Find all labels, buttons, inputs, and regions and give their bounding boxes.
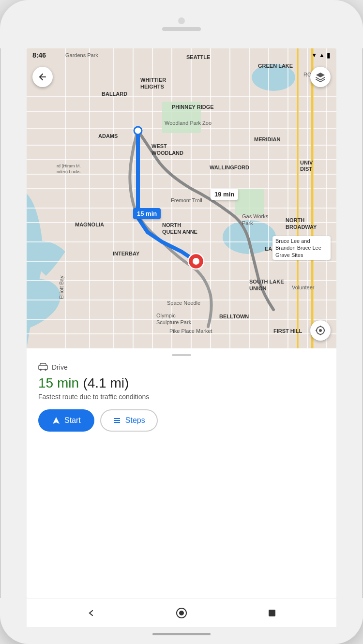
speaker (162, 27, 201, 31)
back-arrow-icon (38, 73, 47, 81)
svg-point-47 (45, 369, 46, 371)
drive-mode-label: Drive (38, 363, 325, 372)
navigation-icon (52, 416, 60, 425)
svg-point-2 (252, 64, 295, 91)
home-nav-icon (176, 607, 187, 619)
map-container: SEATTLE Gardens Park GREEN LAKE ROOSEV W… (27, 48, 336, 348)
steps-list-icon (113, 416, 121, 425)
back-nav-button[interactable] (83, 605, 99, 621)
start-button[interactable]: Start (38, 409, 94, 432)
top-bezel (0, 0, 363, 48)
layers-button[interactable] (310, 67, 331, 87)
route-description: Fastest route due to traffic conditions (38, 393, 325, 401)
status-bar: 8:46 ▼ ▲ ▮ (27, 48, 336, 62)
status-time: 8:46 (32, 51, 46, 59)
svg-rect-35 (235, 189, 264, 215)
route-label-19min[interactable]: 19 min (211, 189, 238, 200)
home-nav-button[interactable] (174, 605, 189, 621)
drag-handle-area (27, 348, 336, 356)
bottom-panel: Drive 15 min (4.1 mi) Fastest route due … (27, 356, 336, 441)
recents-nav-button[interactable] (264, 605, 280, 621)
route-label-15min[interactable]: 15 min (133, 208, 161, 219)
time-distance-display: 15 min (4.1 mi) (38, 374, 325, 391)
svg-point-40 (319, 329, 322, 332)
svg-rect-53 (269, 610, 275, 616)
battery-icon: ▮ (327, 51, 331, 59)
layers-icon (315, 72, 326, 82)
svg-rect-0 (27, 48, 336, 348)
place-label-bruce-lee: Bruce Lee and Brandon Bruce Lee Grave Si… (272, 236, 331, 260)
nav-bar (27, 598, 336, 627)
back-nav-icon (86, 608, 96, 618)
svg-point-46 (40, 369, 42, 371)
back-button[interactable] (32, 67, 53, 87)
svg-rect-34 (162, 102, 201, 133)
drive-icon (38, 363, 48, 372)
current-location-button[interactable] (310, 320, 331, 341)
bottom-bezel (0, 598, 363, 644)
camera (178, 17, 185, 24)
svg-point-38 (134, 127, 142, 135)
steps-button[interactable]: Steps (100, 409, 158, 432)
map-svg (27, 48, 336, 348)
location-icon (315, 325, 326, 336)
phone-frame: 8:46 ▼ ▲ ▮ (0, 0, 363, 644)
svg-point-52 (179, 611, 184, 615)
wifi-icon: ▼ (311, 52, 317, 59)
screen: 8:46 ▼ ▲ ▮ (27, 48, 336, 598)
signal-icon: ▲ (319, 52, 325, 59)
action-buttons: Start Steps (38, 409, 325, 432)
status-icons: ▼ ▲ ▮ (311, 51, 331, 59)
home-indicator (152, 633, 211, 635)
svg-point-37 (193, 258, 199, 265)
recents-nav-icon (267, 608, 277, 618)
